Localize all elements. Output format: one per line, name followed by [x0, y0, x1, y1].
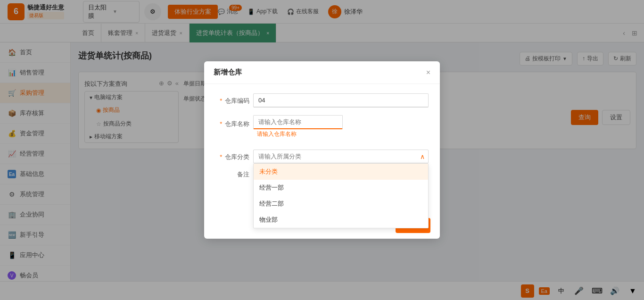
required-star-name: * [220, 120, 222, 127]
modal-body: * 仓库编码 * 仓库名称 请输入仓库名称 * [204, 84, 440, 212]
modal-header: 新增仓库 × [204, 61, 440, 84]
form-row-name: * 仓库名称 请输入仓库名称 [215, 115, 429, 138]
dropdown-item-3[interactable]: 物业部 [254, 212, 428, 228]
form-name-inner: * 仓库名称 [215, 115, 343, 129]
modal-title: 新增仓库 [214, 68, 242, 77]
code-label: * 仓库编码 [215, 93, 253, 105]
remark-label: 备注 [215, 167, 253, 179]
name-error-msg: 请输入仓库名称 [257, 130, 297, 138]
required-star-category: * [220, 153, 222, 160]
category-label: * 仓库分类 [215, 150, 253, 161]
category-dropdown: 未分类 经营一部 经营二部 物业部 [253, 163, 429, 228]
dropdown-item-1[interactable]: 经营一部 [254, 180, 428, 196]
form-row-category: * 仓库分类 ∧ 未分类 经营一部 经营二部 物业部 [215, 150, 429, 163]
new-warehouse-modal: 新增仓库 × * 仓库编码 * 仓库名称 请输入仓库名称 [204, 61, 440, 239]
warehouse-code-input[interactable] [253, 93, 429, 108]
category-arrow-icon[interactable]: ∧ [420, 153, 425, 160]
warehouse-name-input[interactable] [253, 115, 343, 129]
name-error-row: 请输入仓库名称 [257, 130, 297, 138]
name-input-wrapper [253, 115, 343, 129]
category-select-wrapper: ∧ 未分类 经营一部 经营二部 物业部 [253, 150, 429, 163]
dropdown-item-2[interactable]: 经营二部 [254, 196, 428, 212]
dropdown-item-0[interactable]: 未分类 [254, 164, 428, 180]
required-star-code: * [220, 97, 222, 104]
modal-close-btn[interactable]: × [426, 68, 430, 77]
form-row-code: * 仓库编码 [215, 93, 429, 108]
name-label: * 仓库名称 [215, 117, 253, 128]
category-input[interactable] [253, 150, 429, 163]
